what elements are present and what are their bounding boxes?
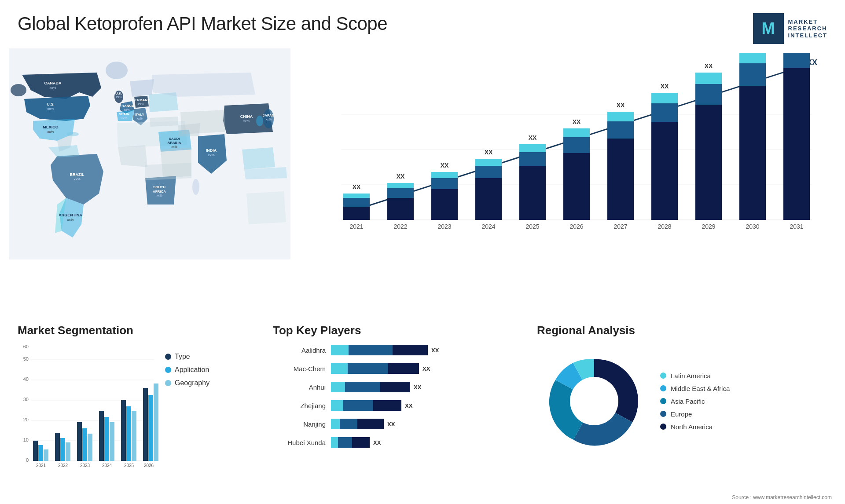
svg-rect-133 <box>143 388 148 461</box>
svg-rect-69 <box>519 144 546 152</box>
type-dot <box>165 354 171 360</box>
svg-rect-88 <box>695 84 722 105</box>
asia-pacific-dot <box>660 398 666 404</box>
player-row: Nanjing XX <box>273 418 519 430</box>
svg-text:JAPAN: JAPAN <box>263 113 275 117</box>
svg-rect-143 <box>331 363 348 374</box>
svg-rect-74 <box>563 128 590 137</box>
svg-text:FRANCE: FRANCE <box>119 104 134 108</box>
svg-text:XX: XX <box>405 402 413 409</box>
latin-america-label: Latin America <box>671 372 711 380</box>
geography-label: Geography <box>175 379 209 387</box>
svg-text:2026: 2026 <box>144 463 154 468</box>
svg-text:xx%: xx% <box>136 117 142 120</box>
svg-text:XX: XX <box>441 162 449 169</box>
svg-rect-84 <box>651 93 678 103</box>
svg-point-5 <box>192 179 199 195</box>
svg-text:xx%: xx% <box>47 107 54 111</box>
svg-text:XX: XX <box>397 173 405 180</box>
svg-text:BRAZIL: BRAZIL <box>70 172 84 177</box>
legend-latin-america: Latin America <box>660 372 730 380</box>
svg-rect-64 <box>475 159 502 166</box>
svg-rect-147 <box>331 382 345 392</box>
svg-rect-53 <box>387 188 414 198</box>
asia-pacific-label: Asia Pacific <box>671 398 705 405</box>
svg-rect-136 <box>154 383 158 461</box>
player-name: Zhejiang <box>273 402 326 409</box>
legend-type: Type <box>165 353 209 361</box>
svg-text:xx%: xx% <box>67 218 73 222</box>
svg-text:XX: XX <box>431 347 439 354</box>
svg-text:CHINA: CHINA <box>240 114 253 119</box>
segmentation-chart-svg: 0 10 20 30 40 50 60 2021 <box>18 344 158 471</box>
player-name: Mac-Chem <box>273 365 326 373</box>
application-dot <box>165 367 171 373</box>
segmentation-legend: Type Application Geography <box>165 353 209 392</box>
svg-rect-58 <box>431 178 458 189</box>
svg-point-2 <box>11 84 26 96</box>
svg-text:U.S.: U.S. <box>47 102 55 106</box>
world-map-panel: CANADA xx% U.S. xx% MEXICO xx% BRAZIL xx… <box>9 48 290 259</box>
logo-letter: M <box>762 19 775 38</box>
svg-text:xx%: xx% <box>49 86 56 90</box>
svg-text:2021: 2021 <box>36 463 46 468</box>
svg-rect-63 <box>475 166 502 178</box>
svg-rect-52 <box>387 198 414 220</box>
logo-line2: RESEARCH <box>788 25 828 32</box>
svg-rect-125 <box>99 411 104 461</box>
player-row: Zhejiang XX <box>273 399 519 412</box>
svg-text:2022: 2022 <box>393 223 407 230</box>
bottom-section: Market Segmentation 0 10 20 30 40 50 60 <box>0 319 845 504</box>
legend-application: Application <box>165 366 209 374</box>
svg-text:U.K.: U.K. <box>115 91 122 95</box>
player-name: Aalidhra <box>273 347 326 354</box>
svg-rect-73 <box>563 137 590 153</box>
svg-text:SPAIN: SPAIN <box>119 112 129 116</box>
svg-rect-118 <box>60 438 65 461</box>
svg-text:2021: 2021 <box>349 223 363 230</box>
svg-text:2025: 2025 <box>124 463 134 468</box>
logo-line3: INTELLECT <box>788 32 828 39</box>
world-map: CANADA xx% U.S. xx% MEXICO xx% BRAZIL xx… <box>9 48 290 259</box>
logo-box: M <box>753 13 784 44</box>
svg-point-161 <box>570 377 618 425</box>
player-bar-container: XX <box>331 362 519 375</box>
source-text: Source : www.marketresearchintellect.com <box>732 494 832 500</box>
svg-rect-97 <box>783 68 810 220</box>
svg-text:2022: 2022 <box>58 463 68 468</box>
svg-text:30: 30 <box>23 397 29 402</box>
svg-text:xx%: xx% <box>121 117 127 120</box>
svg-text:xx%: xx% <box>156 194 162 197</box>
svg-text:xx%: xx% <box>73 177 80 181</box>
svg-rect-87 <box>695 105 722 220</box>
svg-rect-123 <box>88 434 92 461</box>
svg-rect-57 <box>431 189 458 220</box>
svg-rect-78 <box>607 121 634 139</box>
player-row: Anhui XX <box>273 381 519 393</box>
svg-text:2025: 2025 <box>525 223 539 230</box>
svg-rect-159 <box>331 437 338 448</box>
svg-text:XX: XX <box>485 149 493 156</box>
svg-text:XX: XX <box>373 439 381 446</box>
svg-rect-131 <box>132 411 136 461</box>
svg-rect-47 <box>343 207 370 220</box>
svg-rect-94 <box>739 53 766 63</box>
svg-text:AFRICA: AFRICA <box>153 190 166 194</box>
svg-text:GERMANY: GERMANY <box>132 98 151 102</box>
type-label: Type <box>175 353 190 361</box>
svg-rect-151 <box>331 400 343 411</box>
svg-rect-72 <box>563 153 590 220</box>
svg-rect-119 <box>66 442 70 461</box>
svg-text:CANADA: CANADA <box>44 81 62 85</box>
svg-rect-115 <box>44 449 48 461</box>
player-bar-container: XX <box>331 399 519 412</box>
logo-area: M MARKET RESEARCH INTELLECT <box>753 13 828 44</box>
player-row: Hubei Xunda XX <box>273 436 519 449</box>
legend-middle-east-africa: Middle East & Africa <box>660 385 730 392</box>
svg-text:xx%: xx% <box>243 119 250 123</box>
player-bar-container: XX <box>331 344 519 356</box>
latin-america-dot <box>660 373 666 379</box>
north-america-label: North America <box>671 423 713 431</box>
key-players-title: Top Key Players <box>273 324 519 337</box>
svg-rect-49 <box>343 194 370 198</box>
